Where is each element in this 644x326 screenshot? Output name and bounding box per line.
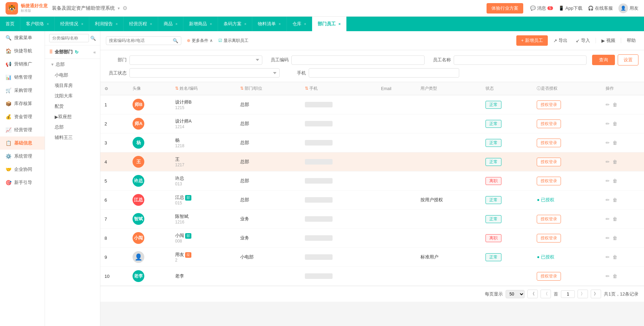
authorize-button[interactable]: 授权登录 bbox=[537, 234, 561, 243]
query-button[interactable]: 查询 bbox=[592, 55, 615, 65]
app-download-action[interactable]: 📱 App下载 bbox=[559, 5, 582, 11]
authorize-button[interactable]: 授权登录 bbox=[537, 100, 561, 109]
employee-code-input[interactable] bbox=[291, 55, 424, 65]
nav-item-仓库[interactable]: 仓库× bbox=[287, 17, 312, 31]
sidebar-item-营销推广[interactable]: 📢营销推广 bbox=[0, 58, 45, 71]
dept-item-项目库房[interactable]: 项目库房 bbox=[45, 80, 100, 91]
delete-icon[interactable]: 🗑 bbox=[613, 197, 617, 203]
close-icon[interactable]: × bbox=[116, 22, 118, 26]
sidebar-item-新手引导[interactable]: 🎯新手引导 bbox=[0, 176, 45, 189]
sort-icon[interactable]: ⇅ bbox=[305, 86, 308, 91]
next-page-button[interactable]: 〉 bbox=[578, 290, 588, 298]
delete-icon[interactable]: 🗑 bbox=[613, 121, 617, 126]
phone-input[interactable] bbox=[309, 68, 459, 78]
prev-page-button[interactable]: 〈 bbox=[541, 290, 551, 298]
collapse-icon[interactable]: « bbox=[93, 50, 96, 55]
sidebar-item-资金管理[interactable]: 💰资金管理 bbox=[0, 110, 45, 123]
user-action[interactable]: 👤 用友 bbox=[618, 3, 638, 13]
sidebar-item-采购管理[interactable]: 🛒采购管理 bbox=[0, 84, 45, 97]
nav-item-商品[interactable]: 商品× bbox=[158, 17, 183, 31]
edit-icon[interactable]: ✏ bbox=[606, 235, 610, 241]
page-size-select[interactable]: 50 100 bbox=[506, 290, 525, 298]
delete-icon[interactable]: 🗑 bbox=[613, 140, 617, 146]
authorize-button[interactable]: 授权登录 bbox=[537, 120, 561, 128]
edit-icon[interactable]: ✏ bbox=[606, 254, 610, 260]
close-icon[interactable]: × bbox=[338, 22, 341, 26]
close-icon[interactable]: × bbox=[150, 22, 152, 26]
settings-icon[interactable]: ⚙ bbox=[123, 5, 127, 11]
edit-icon[interactable]: ✏ bbox=[606, 121, 610, 126]
nav-item-新增商品[interactable]: 新增商品× bbox=[183, 17, 218, 31]
authorize-button[interactable]: 授权登录 bbox=[537, 177, 561, 185]
sidebar-item-经营管理[interactable]: 📈经营管理 bbox=[0, 123, 45, 136]
dropdown-arrow-icon[interactable]: ▾ bbox=[118, 6, 120, 11]
close-icon[interactable]: × bbox=[244, 22, 246, 26]
dept-item-辅料王三[interactable]: 辅料王三 bbox=[45, 132, 100, 143]
help-button[interactable]: 帮助 bbox=[624, 36, 638, 45]
message-action[interactable]: 💬 消息 5 bbox=[530, 5, 553, 11]
close-icon[interactable]: × bbox=[279, 22, 281, 26]
delete-icon[interactable]: 🗑 bbox=[613, 273, 617, 279]
authorize-button[interactable]: 授权登录 bbox=[537, 139, 561, 147]
dept-item-沈阳大库[interactable]: 沈阳大库 bbox=[45, 91, 100, 101]
close-icon[interactable]: × bbox=[47, 22, 49, 26]
sort-icon[interactable]: ⇅ bbox=[175, 86, 179, 91]
nav-item-部门员工[interactable]: 部门员工× bbox=[312, 17, 346, 31]
dept-item-总部[interactable]: ▼总部 bbox=[45, 59, 100, 70]
search-input[interactable] bbox=[109, 38, 171, 43]
edit-icon[interactable]: ✏ bbox=[606, 216, 610, 222]
sidebar-item-企业协同[interactable]: 🤝企业协同 bbox=[0, 163, 45, 176]
sidebar-item-系统管理[interactable]: ⚙️系统管理 bbox=[0, 150, 45, 163]
edit-icon[interactable]: ✏ bbox=[606, 102, 610, 107]
import-button[interactable]: ↙ 导入 bbox=[573, 36, 593, 45]
authorize-button[interactable]: 授权登录 bbox=[537, 158, 561, 166]
employee-status-select[interactable] bbox=[129, 68, 280, 78]
authorize-button[interactable]: 授权登录 bbox=[537, 272, 561, 281]
edit-icon[interactable]: ✏ bbox=[606, 159, 610, 165]
dept-select[interactable] bbox=[129, 55, 262, 65]
first-page-button[interactable]: 《 bbox=[527, 290, 538, 298]
edit-icon[interactable]: ✏ bbox=[606, 197, 610, 203]
page-number-input[interactable] bbox=[561, 290, 575, 298]
authorize-button[interactable]: 授权登录 bbox=[537, 215, 561, 223]
dept-search-input[interactable] bbox=[49, 34, 89, 42]
add-employee-button[interactable]: + 新增员工 bbox=[516, 35, 548, 46]
nav-item-经营情况[interactable]: 经营情况× bbox=[55, 17, 89, 31]
employee-name-input[interactable] bbox=[454, 55, 587, 65]
close-icon[interactable]: × bbox=[304, 22, 306, 26]
delete-icon[interactable]: 🗑 bbox=[613, 216, 617, 222]
nav-item-经营历程[interactable]: 经营历程× bbox=[124, 17, 158, 31]
nav-item-客户联络[interactable]: 客户联络× bbox=[20, 17, 55, 31]
edit-icon[interactable]: ✏ bbox=[606, 140, 610, 146]
sidebar-item-快捷导航[interactable]: 🏠快捷导航 bbox=[0, 44, 45, 58]
dept-item-总部[interactable]: 总部 bbox=[45, 122, 100, 132]
delete-icon[interactable]: 🗑 bbox=[613, 235, 617, 241]
view-button[interactable]: ▶ 视频 bbox=[599, 36, 618, 45]
trial-button[interactable]: 体验行业方案 bbox=[487, 3, 523, 14]
close-icon[interactable]: × bbox=[81, 22, 83, 26]
close-icon[interactable]: × bbox=[175, 22, 178, 26]
dept-item-小电部[interactable]: 小电部 bbox=[45, 70, 100, 80]
export-button[interactable]: ↗ 导出 bbox=[551, 36, 570, 45]
sidebar-item-库存核算[interactable]: 📦库存核算 bbox=[0, 97, 45, 110]
dept-item-双座想[interactable]: ▶双座想 bbox=[45, 112, 100, 122]
edit-icon[interactable]: ✏ bbox=[606, 273, 610, 279]
delete-icon[interactable]: 🗑 bbox=[613, 102, 617, 107]
nav-item-首页[interactable]: 首页 bbox=[0, 17, 20, 31]
close-icon[interactable]: × bbox=[210, 22, 212, 26]
nav-item-物料清单[interactable]: 物料清单× bbox=[252, 17, 287, 31]
nav-item-条码方案[interactable]: 条码方案× bbox=[218, 17, 252, 31]
delete-icon[interactable]: 🗑 bbox=[613, 159, 617, 165]
sidebar-item-销售管理[interactable]: 📊销售管理 bbox=[0, 71, 45, 84]
sidebar-item-基础信息[interactable]: 📋基础信息 bbox=[0, 136, 45, 150]
sort-icon[interactable]: ⇅ bbox=[240, 86, 244, 91]
more-filter-button[interactable]: ⊕ 更多条件 ∧ bbox=[184, 36, 216, 45]
settings-col-icon[interactable]: ⚙ bbox=[105, 86, 108, 91]
edit-icon[interactable]: ✏ bbox=[606, 178, 610, 184]
set-button[interactable]: 设置 bbox=[618, 54, 638, 65]
dept-item-配货[interactable]: 配货 bbox=[45, 101, 100, 112]
sidebar-item-搜索菜单[interactable]: 🔍搜索菜单 bbox=[0, 31, 45, 44]
last-page-button[interactable]: 》 bbox=[591, 290, 601, 298]
delete-icon[interactable]: 🗑 bbox=[613, 254, 617, 260]
nav-item-利润报告[interactable]: 利润报告× bbox=[89, 17, 124, 31]
